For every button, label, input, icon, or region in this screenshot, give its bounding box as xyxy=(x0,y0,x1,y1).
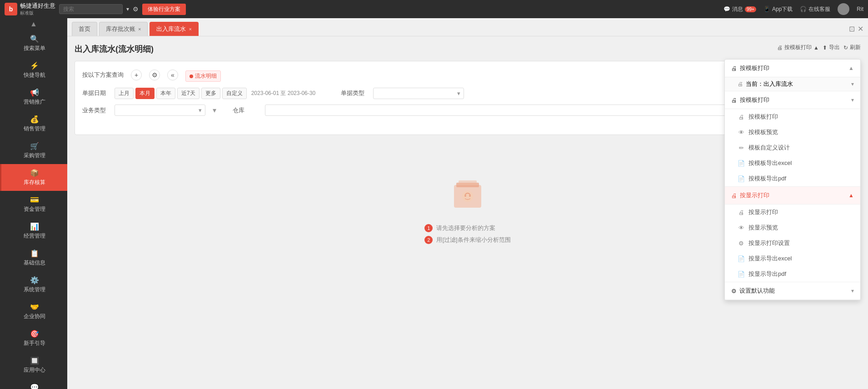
empty-step-2: 2 用[过滤]条件来缩小分析范围 xyxy=(424,236,510,244)
doc-type-select[interactable] xyxy=(373,88,464,99)
header-search-input[interactable] xyxy=(59,4,123,14)
date-last-month-btn[interactable]: 上月 xyxy=(115,88,134,99)
sidebar-item-label: 企业协同 xyxy=(24,313,45,320)
sidebar-item-system[interactable]: ⚙️ 系统管理 xyxy=(0,271,67,298)
dropdown-item-display-excel[interactable]: 📄 按显示导出excel xyxy=(725,251,860,266)
dropdown-item-display-pdf[interactable]: 📄 按显示导出pdf xyxy=(725,266,860,282)
tab-bar-right: ⊡ ✕ xyxy=(849,25,863,33)
empty-step-1: 1 请先选择要分析的方案 xyxy=(424,224,510,232)
tab-close-all-btn[interactable]: ✕ xyxy=(858,25,863,33)
user-name: Rit xyxy=(857,6,863,12)
template-print-btn[interactable]: 🖨 按模板打印 ▲ xyxy=(777,44,819,51)
tab-bar: 首页 库存批次账 × 出入库流水 × ⊡ ✕ xyxy=(67,18,868,36)
dropdown-header: 🖨 按模板打印 ▲ xyxy=(725,60,860,77)
dropdown-item-template-preview[interactable]: 👁 按模板预览 xyxy=(725,125,860,140)
dropdown-section-template[interactable]: 🖨 按模板打印 ▾ xyxy=(725,91,860,109)
template-preview-icon: 👁 xyxy=(738,129,745,136)
sidebar-item-quick-nav[interactable]: ⚡ 快捷导航 xyxy=(0,57,67,84)
sidebar-item-basic[interactable]: 📋 基础信息 xyxy=(0,244,67,271)
sidebar-scroll-up[interactable]: ▲ xyxy=(0,18,67,30)
sidebar-item-cooperation[interactable]: 🤝 企业协同 xyxy=(0,298,67,325)
sidebar-item-sales[interactable]: 💰 销售管理 xyxy=(0,110,67,137)
sidebar-item-label: 搜索菜单 xyxy=(24,45,45,52)
dropdown-section-display[interactable]: 🖨 按显示打印 ▲ xyxy=(725,187,860,204)
user-avatar[interactable] xyxy=(838,3,849,15)
default-section-chevron: ▾ xyxy=(851,288,854,294)
notification-area[interactable]: 💬 消息 99+ xyxy=(723,5,756,13)
dropdown-item-template-custom[interactable]: ✏ 模板自定义设计 xyxy=(725,140,860,155)
date-current-month-btn[interactable]: 本月 xyxy=(135,88,155,99)
app-center-icon: 🔲 xyxy=(30,356,39,365)
template-excel-icon: 📄 xyxy=(738,160,745,167)
export-btn[interactable]: ⬆ 导出 xyxy=(823,44,840,51)
template-section-icon: 🖨 xyxy=(731,97,737,104)
doc-type-select-wrap xyxy=(373,88,464,99)
app-download-area[interactable]: 📱 App下载 xyxy=(763,5,793,13)
scheme-settings-btn[interactable]: ⚙ xyxy=(149,70,160,80)
dropdown-item-template-print[interactable]: 🖨 按模板打印 xyxy=(725,109,860,125)
sidebar-item-guide[interactable]: 🎯 新手引导 xyxy=(0,325,67,352)
default-section-icon: ⚙ xyxy=(731,288,737,294)
dropdown-current-row: 🖨 当前：出入库流水 ▾ xyxy=(725,77,860,91)
date-range-text: 2023-06-01 至 2023-06-30 xyxy=(251,90,315,97)
date-filter-label: 单据日期 xyxy=(82,89,107,97)
dropdown-collapse-icon[interactable]: ▲ xyxy=(848,65,854,71)
tab-flow[interactable]: 出入库流水 × xyxy=(150,22,198,36)
sidebar-item-search[interactable]: 🔍 搜索菜单 xyxy=(0,30,67,57)
template-pdf-icon: 📄 xyxy=(738,175,745,182)
notification-label: 消息 xyxy=(732,5,743,13)
dropdown-item-display-preview[interactable]: 👁 按显示预览 xyxy=(725,220,860,235)
tab-home[interactable]: 首页 xyxy=(72,22,97,36)
dropdown-section-default[interactable]: ⚙ 设置默认功能 ▾ xyxy=(725,282,860,300)
current-chevron-icon: ▾ xyxy=(851,81,854,87)
dropdown-item-display-settings[interactable]: ⚙ 按显示打印设置 xyxy=(725,235,860,251)
header-settings-btn[interactable]: ⚙ xyxy=(133,5,139,13)
tab-flow-close[interactable]: × xyxy=(189,26,191,32)
dropdown-item-template-excel[interactable]: 📄 按模板导出excel xyxy=(725,155,860,171)
dropdown-item-template-pdf[interactable]: 📄 按模板导出pdf xyxy=(725,171,860,186)
svg-point-3 xyxy=(462,191,473,202)
sidebar-item-marketing[interactable]: 📢 营销推广 xyxy=(0,84,67,110)
add-scheme-btn[interactable]: + xyxy=(131,70,142,80)
sidebar-item-label: 营销推广 xyxy=(24,98,45,106)
date-current-year-btn[interactable]: 本年 xyxy=(156,88,175,99)
guide-icon: 🎯 xyxy=(30,329,39,338)
tab-batch-account[interactable]: 库存批次账 × xyxy=(99,22,148,36)
sidebar-item-weixin[interactable]: 💬 企业微信 xyxy=(0,379,67,389)
online-service-area[interactable]: 🎧 在线客服 xyxy=(800,5,830,13)
printer-icon: 🖨 xyxy=(777,45,783,51)
tab-batch-account-close[interactable]: × xyxy=(138,26,141,32)
notification-icon: 💬 xyxy=(723,6,730,12)
sidebar-item-inventory[interactable]: 📦 库存核算 xyxy=(0,164,67,191)
business-type-select[interactable] xyxy=(115,105,205,116)
date-more-btn[interactable]: 更多 xyxy=(201,88,220,99)
sidebar-item-label: 采购管理 xyxy=(24,152,45,160)
purchase-icon: 🛒 xyxy=(30,142,39,150)
sidebar-item-app-center[interactable]: 🔲 应用中心 xyxy=(0,352,67,379)
display-section-icon: 🖨 xyxy=(731,192,737,199)
chevron-up-icon: ▲ xyxy=(813,45,819,51)
top-header: b 畅捷通好生意 标准版 ▾ ⚙ 体验行业方案 💬 消息 99+ 📱 App下载… xyxy=(0,0,868,18)
template-section-label: 按模板打印 xyxy=(740,96,769,104)
sidebar-item-operation[interactable]: 📊 经营管理 xyxy=(0,218,67,244)
date-custom-btn[interactable]: 自定义 xyxy=(222,88,247,99)
sidebar-item-label: 销售管理 xyxy=(24,125,45,133)
sidebar-item-finance[interactable]: 💳 资金管理 xyxy=(0,191,67,218)
header-dropdown-btn[interactable]: ▾ xyxy=(126,6,129,12)
date-last-7-days-btn[interactable]: 近7天 xyxy=(177,88,200,99)
date-buttons: 上月 本月 本年 近7天 更多 自定义 2023-06-01 至 2023-06… xyxy=(115,88,315,99)
business-type-more-btn[interactable]: ▾ xyxy=(213,106,216,115)
notification-badge: 99+ xyxy=(745,6,756,12)
right-action-bar: 🖨 按模板打印 ▲ ⬆ 导出 ↻ 刷新 xyxy=(777,44,861,51)
headset-icon: 🎧 xyxy=(800,6,807,12)
dropdown-item-display-print[interactable]: 🖨 按显示打印 xyxy=(725,204,860,220)
quick-nav-icon: ⚡ xyxy=(30,61,39,70)
sidebar-item-purchase[interactable]: 🛒 采购管理 xyxy=(0,137,67,164)
template-print-item-icon: 🖨 xyxy=(738,113,745,120)
collapse-left-btn[interactable]: « xyxy=(167,70,178,80)
display-pdf-icon: 📄 xyxy=(738,270,745,278)
finance-icon: 💳 xyxy=(30,195,39,204)
refresh-btn[interactable]: ↻ 刷新 xyxy=(843,44,861,51)
industry-btn[interactable]: 体验行业方案 xyxy=(142,4,186,15)
tab-restore-btn[interactable]: ⊡ xyxy=(849,25,855,33)
